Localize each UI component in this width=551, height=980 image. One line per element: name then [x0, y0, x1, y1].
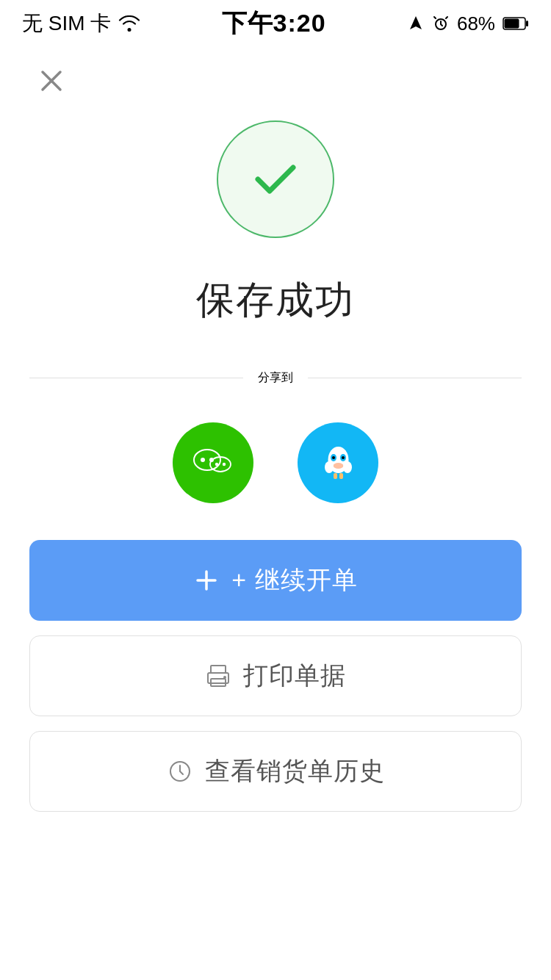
alarm-icon [432, 15, 450, 32]
wechat-icon [190, 439, 237, 487]
share-divider: 分享到 [29, 370, 522, 386]
svg-point-6 [194, 450, 220, 470]
sim-label: 无 SIM 卡 [22, 10, 111, 37]
print-button[interactable]: 打印单据 [29, 635, 522, 716]
print-label: 打印单据 [243, 659, 346, 693]
history-button[interactable]: 查看销货单历史 [29, 731, 522, 812]
status-bar: 无 SIM 卡 下午3:20 68% [0, 0, 551, 47]
printer-icon [205, 663, 231, 689]
share-section: 分享到 [0, 370, 551, 503]
wifi-icon [118, 15, 140, 32]
battery-icon [503, 16, 529, 31]
svg-point-15 [332, 456, 335, 459]
close-icon [37, 66, 66, 96]
svg-point-19 [343, 461, 352, 473]
wechat-share-button[interactable] [173, 422, 253, 503]
main-content: 保存成功 分享到 [0, 47, 551, 812]
continue-order-label: + 继续开单 [231, 563, 357, 597]
svg-point-18 [325, 461, 334, 473]
svg-point-10 [215, 462, 217, 465]
svg-rect-24 [211, 666, 226, 673]
status-right: 68% [407, 12, 529, 35]
share-label: 分享到 [258, 370, 293, 386]
share-icons [29, 422, 522, 503]
battery-label: 68% [457, 12, 495, 35]
success-icon-circle [217, 120, 334, 238]
checkmark-icon [246, 150, 305, 209]
close-button[interactable] [29, 59, 73, 103]
svg-rect-2 [526, 21, 528, 26]
history-label: 查看销货单历史 [205, 754, 385, 788]
continue-order-button[interactable]: + 继续开单 [29, 540, 522, 621]
actions-section: + 继续开单 打印单据 查看销货单历史 [0, 540, 551, 812]
location-icon [407, 15, 425, 32]
status-time: 下午3:20 [222, 7, 326, 40]
svg-rect-3 [504, 19, 519, 29]
qq-icon [314, 439, 362, 487]
plus-icon [193, 567, 220, 594]
history-icon [167, 758, 193, 785]
status-left: 无 SIM 卡 [22, 10, 140, 37]
success-title: 保存成功 [196, 275, 355, 326]
svg-point-27 [223, 676, 226, 679]
svg-point-16 [342, 456, 345, 459]
svg-rect-20 [334, 473, 337, 479]
svg-point-7 [201, 458, 205, 462]
svg-rect-21 [339, 473, 343, 479]
qq-share-button[interactable] [298, 422, 378, 503]
svg-point-11 [222, 462, 225, 465]
svg-point-17 [333, 463, 343, 469]
